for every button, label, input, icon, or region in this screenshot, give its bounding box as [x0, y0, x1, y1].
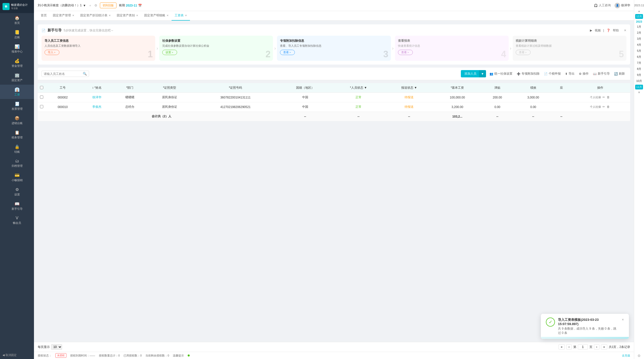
action-delete-0[interactable]: 🗑 [607, 95, 610, 99]
row-select-0[interactable] [40, 95, 43, 99]
name-link-1[interactable]: 李俊杰 [92, 105, 101, 109]
close-tab-depreciation[interactable]: ✕ [109, 14, 111, 17]
add-account-btn[interactable]: ＋ [89, 3, 92, 8]
warning-label: 温馨提示 [173, 354, 184, 357]
panel-month-5[interactable]: 5月 [637, 48, 641, 53]
toolbar-social[interactable]: 👥统一社保设置 [488, 71, 514, 77]
panel-month-11[interactable]: 11月 [635, 85, 643, 89]
sidebar-item-expense[interactable]: 💳小畅报销 [0, 170, 34, 185]
sidebar-item-assets[interactable]: 🏢固定资产 [0, 70, 34, 85]
logo-name: 畅捷通好会计 [11, 3, 28, 7]
step-5-btn[interactable]: 查看＞ [516, 50, 531, 55]
video-label[interactable]: 视频 [595, 28, 601, 33]
sidebar-item-tax[interactable]: 📋税务管理 [0, 128, 34, 142]
notif-close-btn[interactable]: × [622, 318, 624, 322]
close-tab-asset-cat[interactable]: ✕ [136, 14, 138, 17]
search-input[interactable] [44, 72, 82, 76]
export-label: 导出 [569, 72, 575, 76]
tab-payroll[interactable]: 工资表✕ [172, 11, 190, 21]
panel-month-3[interactable]: 3月 [637, 36, 641, 41]
cancel-fixed-btn[interactable]: ◀ 取消固定 [0, 351, 34, 359]
home-icon: 🏠 [15, 16, 20, 20]
sidebar-item-funds[interactable]: 💰资金管理 [0, 56, 34, 70]
panel-settings-icon[interactable]: ⚙ [636, 352, 642, 359]
action-social-1[interactable]: 个人社保 [590, 105, 601, 108]
add-person-dropdown[interactable]: ▼ [479, 70, 486, 77]
help-label[interactable]: 帮助 [613, 28, 619, 33]
panel-month-9[interactable]: 9月 [637, 73, 641, 77]
step-4-btn[interactable]: 查看＞ [398, 50, 413, 55]
toolbar-tax-report[interactable]: 📄个税申报 [542, 71, 562, 77]
panel-down-nav[interactable]: ▼ [638, 91, 641, 94]
tab-label-depreciation: 固定资产折旧统计表 [80, 13, 107, 18]
action-edit-0[interactable]: ✏ [602, 95, 605, 99]
action-social-0[interactable]: 个人社保 [590, 96, 601, 99]
total-label: 合计共（2）人 [45, 112, 278, 121]
panel-month-12[interactable]: 12月 [635, 14, 643, 19]
tab-home[interactable]: 首页 [38, 11, 50, 21]
notif-bg-decoration [541, 337, 629, 339]
step-1-btn[interactable]: 导入＞ [45, 50, 59, 55]
prev-page-btn[interactable]: ‹ [566, 344, 572, 349]
page-number-input[interactable] [578, 344, 588, 349]
dropdown-icon[interactable]: ▼ [83, 4, 86, 7]
panel-month-7[interactable]: 7月 [637, 61, 641, 65]
tab-depreciation[interactable]: 固定资产折旧统计表✕ [77, 11, 114, 21]
tab-asset-detail[interactable]: 固定资产明细账✕ [141, 11, 172, 21]
toolbar-refresh[interactable]: 🔄刷新 [613, 71, 626, 77]
old-version-btn[interactable]: 切到旧版 [100, 3, 116, 8]
step-3-btn[interactable]: 查看＞ [280, 50, 295, 55]
toolbar-operate[interactable]: ⚙操作 [577, 71, 590, 77]
sidebar-item-ledger[interactable]: 📒总账 [0, 27, 34, 42]
sidebar-item-payroll[interactable]: 👔工资 [0, 85, 34, 99]
search-icon[interactable]: 🔍 [83, 72, 87, 76]
panel-month-1[interactable]: 1月 [637, 24, 641, 29]
close-tab-payroll[interactable]: ✕ [185, 14, 187, 17]
toolbar-guide2[interactable]: 📖新手引导 [591, 71, 611, 77]
close-guide-btn[interactable]: ✕ [624, 29, 626, 32]
panel-month-6[interactable]: 6月 [637, 55, 641, 59]
panel-month-10[interactable]: 10月 [636, 79, 642, 83]
sidebar-item-reports[interactable]: 📊报表中心 [0, 42, 34, 56]
action-edit-1[interactable]: ✏ [602, 105, 605, 109]
sidebar-item-closing[interactable]: 🔒结账 [0, 142, 34, 156]
toolbar-deduction[interactable]: ➕专项附加扣除 [515, 71, 541, 77]
sidebar-item-home[interactable]: 🏠首页 [0, 13, 34, 27]
panel-month-4[interactable]: 4月 [637, 42, 641, 47]
toolbar-export[interactable]: ⬆导出 [564, 71, 576, 77]
settings-icon[interactable]: ⚙ [94, 4, 97, 7]
close-tab-assets[interactable]: ✕ [72, 14, 74, 17]
table-row: 000010 李俊杰 总经办 居民身份证 412702198206290521 … [38, 102, 630, 112]
close-tab-asset-detail[interactable]: ✕ [167, 14, 169, 17]
calendar-icon[interactable]: 📅 [138, 4, 142, 7]
add-person-btn[interactable]: 添加人员 [461, 70, 480, 77]
cell-apply-1 [553, 102, 570, 112]
sidebar-item-invoices[interactable]: 🧾发票管理 [0, 99, 34, 113]
panel-up-nav[interactable]: ▲ [638, 9, 641, 13]
last-page-btn[interactable]: » [601, 344, 607, 349]
name-link-0[interactable]: 徐泽华 [92, 95, 101, 99]
sidebar-item-archive[interactable]: 🗂归档管理 [0, 156, 34, 170]
tab-asset-cat[interactable]: 固定资产类别✕ [114, 11, 141, 21]
tab-assets[interactable]: 固定资产管理✕ [50, 11, 77, 21]
toolbar: 🔍 添加人员 ▼ 👥统一社保设置➕专项附加扣除📄个税申报⬆导出⚙操作📖新手引导🔄… [38, 68, 630, 80]
next-page-btn[interactable]: › [594, 344, 599, 349]
page-prefix: 第 [573, 345, 576, 349]
sidebar-item-guide[interactable]: 📖新手引导 [0, 199, 34, 213]
per-page-select[interactable]: 10 20 50 [51, 344, 62, 350]
panel-month-2[interactable]: 2月 [637, 30, 641, 35]
recharge-btn[interactable]: 去充值 [622, 354, 630, 357]
panel-month-8[interactable]: 8月 [637, 67, 641, 71]
tab-label-home: 首页 [41, 13, 47, 18]
sidebar-item-settings[interactable]: ⚙设置 [0, 185, 34, 199]
select-all-checkbox[interactable] [40, 86, 43, 89]
sidebar-item-member[interactable]: V畅会员 [0, 213, 34, 227]
action-delete-1[interactable]: 🗑 [607, 105, 610, 109]
calendar-panel: 2023.11 ▲ 12月 2023 1月 2月 3月 4月 5月 6月 7月 … [634, 0, 644, 359]
service-btn[interactable]: 🎧 人工咨询 [594, 3, 611, 8]
cell-dept-1: 总经办 [114, 102, 146, 112]
sidebar-item-inventory[interactable]: 📦进销台账 [0, 113, 34, 128]
step-2-btn[interactable]: 设置＞ [162, 50, 177, 55]
first-page-btn[interactable]: « [558, 344, 565, 349]
row-select-1[interactable] [40, 105, 43, 108]
